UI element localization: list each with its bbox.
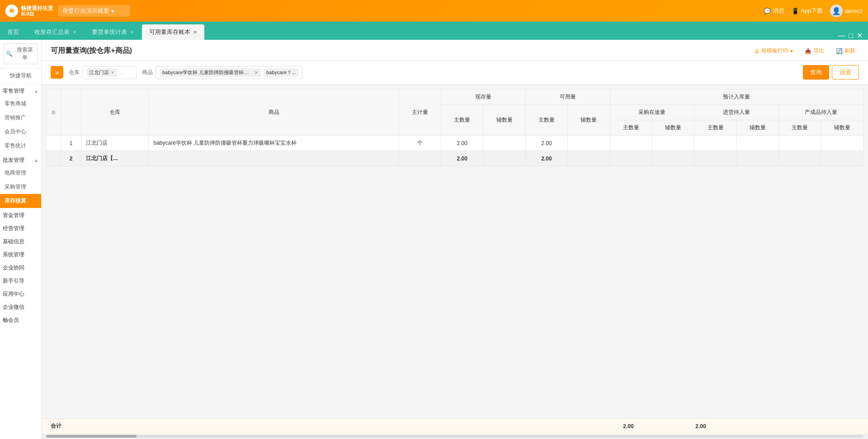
gear-icon[interactable]: ⚙	[51, 109, 56, 116]
sidebar: 🔍 搜索菜单 快捷导航 零售管理 ▲ 零售商城 营销推广 会员中心 零售统计 批…	[0, 40, 42, 439]
phone-icon: 📱	[792, 8, 799, 14]
brand-sub-text: 标准版	[21, 11, 53, 17]
product-filter-input[interactable]: babycare学饮杯 儿童防摔防撞吸管杯重力球吸嘴杯宝宝水杯 ✕ babyca…	[156, 66, 302, 79]
sidebar-section-enterprise-wechat[interactable]: 企业微信	[0, 300, 41, 313]
tab-home[interactable]: 首页	[0, 24, 26, 40]
tab-receive-summary[interactable]: 收发存汇总表 ✕	[27, 24, 84, 40]
message-icon: 💬	[764, 8, 771, 14]
tab-order-stats[interactable]: 要货单统计表 ✕	[85, 24, 141, 40]
table-subtotal-row: 2 江北门店【... 2.00 2.00	[47, 151, 863, 166]
tab-available-stock-close[interactable]: ✕	[193, 29, 197, 35]
subtotal-incoming-main	[694, 151, 736, 166]
row1-current-main: 2.00	[441, 136, 483, 151]
col-available-main-qty-header: 主数量	[525, 105, 567, 136]
search-icon: 🔍	[6, 51, 13, 57]
subtotal-unit	[399, 151, 441, 166]
app-download-button[interactable]: 📱 App下载	[792, 7, 823, 15]
maximize-icon[interactable]: □	[849, 32, 853, 40]
warehouse-filter-input[interactable]: 江北门店 ✕ ...	[82, 66, 137, 79]
refresh-icon: 🔄	[836, 48, 843, 54]
tab-order-stats-close[interactable]: ✕	[130, 29, 134, 35]
sidebar-item-retail-shop[interactable]: 零售商城	[0, 97, 41, 111]
industry-selector-label: 母婴行业演示账套	[62, 7, 109, 15]
sidebar-search-area: 🔍 搜索菜单	[0, 40, 41, 68]
subtotal-available-aux	[568, 151, 610, 166]
tab-receive-summary-label: 收发存汇总表	[34, 28, 70, 36]
row1-purchase-aux	[652, 136, 694, 151]
sidebar-section-member[interactable]: 畅会员	[0, 313, 41, 326]
col-current-stock-header: 现存量	[441, 90, 526, 105]
footer-current-main: 2.00	[606, 423, 651, 430]
col-purchase-aux-header: 辅数量	[652, 120, 694, 136]
row1-no: 1	[61, 136, 81, 151]
chevron-down-icon-print: ▾	[790, 48, 793, 54]
row1-production-main	[779, 136, 821, 151]
row1-current-aux	[483, 136, 525, 151]
content-area: 可用量查询(按仓库+商品) 🖨 按模板打印 ▾ 📤 导出 🔄 刷新 »	[42, 40, 868, 439]
col-production-header: 产成品待入量	[779, 105, 863, 120]
table-footer: 合计 2.00 2.00	[42, 418, 868, 434]
sidebar-section-wholesale[interactable]: 批发管理 ▲	[0, 153, 41, 166]
sidebar-quick-nav[interactable]: 快捷导航	[0, 68, 41, 84]
subtotal-settings	[47, 151, 61, 166]
sidebar-item-purchase[interactable]: 采购管理	[0, 180, 41, 194]
sidebar-section-system[interactable]: 系统管理	[0, 247, 41, 260]
sidebar-section-finance[interactable]: 资金管理	[0, 208, 41, 221]
sidebar-section-app-center[interactable]: 应用中心	[0, 287, 41, 300]
scroll-bar-track	[46, 435, 863, 438]
product-tag-1-remove[interactable]: ✕	[255, 70, 258, 75]
col-warehouse-header: 仓库	[81, 90, 149, 136]
subtotal-warehouse: 江北门店【...	[81, 151, 149, 166]
row1-production-aux	[821, 136, 863, 151]
row1-purchase-main	[610, 136, 652, 151]
message-button[interactable]: 💬 消息	[764, 7, 784, 15]
footer-row: 合计 2.00 2.00	[51, 422, 859, 430]
tab-available-stock-label: 可用量库存账本	[149, 28, 190, 36]
col-forecast-header: 预计入库量	[610, 90, 863, 105]
footer-label: 合计	[51, 422, 87, 430]
tab-available-stock[interactable]: 可用量库存账本 ✕	[142, 24, 204, 40]
subtotal-current-aux	[483, 151, 525, 166]
warehouse-more[interactable]: ...	[120, 69, 124, 76]
industry-selector[interactable]: 母婴行业演示账套 ▾	[58, 5, 130, 17]
sidebar-section-newcomer[interactable]: 新手引导	[0, 274, 41, 287]
search-menu-button[interactable]: 🔍 搜索菜单	[4, 43, 38, 64]
tab-home-label: 首页	[7, 28, 19, 36]
scroll-bar-thumb[interactable]	[46, 435, 137, 438]
col-available-header: 可用量	[525, 90, 610, 105]
sidebar-section-management[interactable]: 经营管理	[0, 221, 41, 234]
col-purchase-main-header: 主数量	[610, 120, 652, 136]
subtotal-product	[149, 151, 399, 166]
col-unit-header: 主计量	[399, 90, 441, 136]
page-header: 可用量查询(按仓库+商品) 🖨 按模板打印 ▾ 📤 导出 🔄 刷新	[42, 40, 868, 61]
subtotal-purchase-aux	[652, 151, 694, 166]
sidebar-section-basic-info[interactable]: 基础信息	[0, 234, 41, 247]
query-button[interactable]: 查询	[803, 65, 829, 80]
tab-receive-summary-close[interactable]: ✕	[72, 29, 76, 35]
expand-button[interactable]: »	[51, 66, 63, 79]
export-button[interactable]: 📤 导出	[801, 45, 828, 57]
warehouse-tag-remove[interactable]: ✕	[111, 70, 114, 75]
print-button[interactable]: 🖨 按模板打印 ▾	[750, 45, 797, 57]
tab-bar: 首页 收发存汇总表 ✕ 要货单统计表 ✕ 可用量库存账本 ✕ — □ ✕	[0, 22, 868, 40]
close-window-icon[interactable]: ✕	[857, 31, 863, 40]
sidebar-item-retail-stats[interactable]: 零售统计	[0, 139, 41, 153]
row1-available-main: 2.00	[525, 136, 567, 151]
sidebar-section-retail[interactable]: 零售管理 ▲	[0, 84, 41, 97]
sidebar-item-inventory[interactable]: 库存核算	[0, 194, 41, 208]
settings-button[interactable]: 设置	[832, 65, 859, 80]
sidebar-item-ecommerce[interactable]: 电商管理	[0, 166, 41, 180]
minimize-icon[interactable]: —	[838, 32, 845, 40]
chevron-up-icon-2: ▲	[34, 158, 38, 163]
sidebar-section-collaboration[interactable]: 企业协同	[0, 260, 41, 274]
top-bar-left: 畅 畅捷通好生意 标准版 母婴行业演示账套 ▾	[5, 5, 130, 17]
subtotal-purchase-main	[610, 151, 652, 166]
sidebar-item-marketing[interactable]: 营销推广	[0, 111, 41, 125]
subtotal-current-main: 2.00	[441, 151, 483, 166]
tab-actions: — □ ✕	[838, 31, 868, 40]
user-avatar[interactable]: 👤 demo2	[830, 5, 863, 17]
row1-incoming-aux	[736, 136, 778, 151]
sidebar-item-member-center[interactable]: 会员中心	[0, 125, 41, 139]
subtotal-incoming-aux	[736, 151, 778, 166]
refresh-button[interactable]: 🔄 刷新	[832, 45, 859, 57]
